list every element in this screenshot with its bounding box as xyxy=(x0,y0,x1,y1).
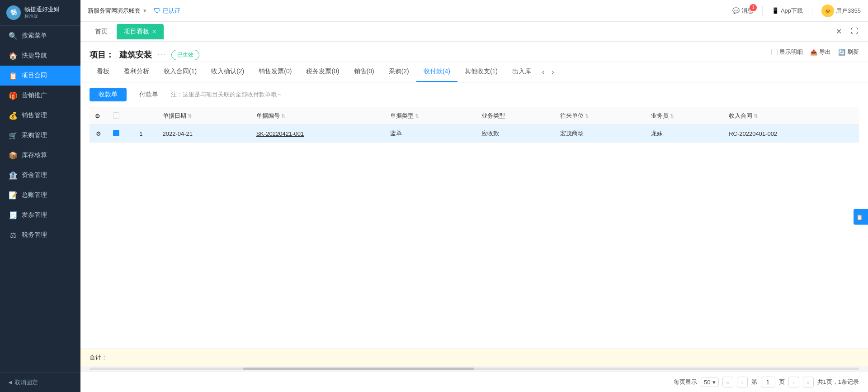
export-button[interactable]: 📤 导出 xyxy=(810,48,831,56)
marketing-icon: 🎁 xyxy=(9,91,17,100)
sub-tab-in-out[interactable]: 出入库 xyxy=(505,62,538,82)
sidebar-item-quick-nav[interactable]: 🏠 快捷导航 xyxy=(0,46,80,66)
sidebar-item-invoice[interactable]: 🧾 发票管理 xyxy=(0,205,80,225)
tab-home-label: 首页 xyxy=(95,28,108,35)
scroll-thumb[interactable] xyxy=(243,368,474,370)
logo-text-area: 畅捷通好业财 标准版 xyxy=(24,6,60,20)
tab-close-icon[interactable]: ✕ xyxy=(152,29,156,35)
th-type[interactable]: 单据类型 xyxy=(385,107,476,125)
table-row[interactable]: ⚙ 1 2022-04-21 SK-20220421-001 蓝单 应收款 宏茂… xyxy=(90,125,859,143)
sidebar-item-inventory[interactable]: 📦 库存核算 xyxy=(0,145,80,165)
sub-tab-purchase[interactable]: 采购(2) xyxy=(382,62,416,82)
next-page-button[interactable]: › xyxy=(788,377,799,387)
sidebar-item-label: 库存核算 xyxy=(22,151,47,159)
app-download-button[interactable]: 📱 App下载 xyxy=(772,7,803,15)
th-salesperson[interactable]: 业务员 xyxy=(646,107,723,125)
sidebar-item-label: 发票管理 xyxy=(22,211,47,219)
sidebar-item-ledger[interactable]: 📝 总账管理 xyxy=(0,185,80,205)
row-index: 1 xyxy=(125,125,157,143)
divider xyxy=(762,6,763,15)
sidebar-item-search[interactable]: 🔍 搜索菜单 xyxy=(0,26,80,46)
horizontal-scrollbar[interactable] xyxy=(80,366,868,372)
tab-kanban[interactable]: 项目看板 ✕ xyxy=(117,24,164,39)
user-menu-button[interactable]: 🐱 用户3355 xyxy=(821,5,861,17)
more-button[interactable]: ··· xyxy=(157,51,166,59)
payment-tab-button[interactable]: 付款单 xyxy=(130,88,167,101)
sidebar-item-label: 快捷导航 xyxy=(22,52,47,60)
sub-tab-income-confirm[interactable]: 收入确认(2) xyxy=(204,62,251,82)
th-income-contract[interactable]: 收入合同 xyxy=(723,107,859,125)
messages-button[interactable]: 💬 消息 1 xyxy=(732,7,753,15)
app-version: 标准版 xyxy=(24,13,60,19)
export-label: 导出 xyxy=(819,48,831,56)
tab-kanban-label: 项目看板 xyxy=(124,28,149,36)
th-number[interactable]: 单据编号 xyxy=(251,107,385,125)
sidebar-item-purchase-mgmt[interactable]: 🛒 采购管理 xyxy=(0,125,80,145)
row-gear-cell[interactable]: ⚙ xyxy=(90,125,108,143)
th-partner[interactable]: 往来单位 xyxy=(555,107,646,125)
tab-bar-actions: ✕ ⛶ xyxy=(833,26,861,37)
sub-tab-tax-invoice[interactable]: 税务发票(0) xyxy=(299,62,346,82)
sidebar-item-label: 采购管理 xyxy=(22,131,47,139)
sub-tabs: 看板 盈利分析 收入合同(1) 收入确认(2) 销售发票(0) 税务发票(0) … xyxy=(80,62,868,82)
account-name: 新服务官网演示账套 xyxy=(88,7,141,15)
capital-icon: 🏦 xyxy=(9,171,17,179)
last-page-button[interactable]: » xyxy=(803,377,814,387)
close-window-button[interactable]: ✕ xyxy=(833,26,844,37)
sidebar-item-marketing[interactable]: 🎁 营销推广 xyxy=(0,86,80,105)
sub-tab-sales[interactable]: 销售(0) xyxy=(347,62,382,82)
app-name: 畅捷通好业财 xyxy=(24,6,60,14)
row-checkbox-cell[interactable] xyxy=(108,125,125,143)
maximize-window-button[interactable]: ⛶ xyxy=(848,26,861,37)
sub-tab-profit[interactable]: 盈利分析 xyxy=(117,62,156,82)
sidebar-item-label: 营销推广 xyxy=(22,91,47,100)
show-detail-label: 显示明细 xyxy=(779,48,803,56)
refresh-label: 刷新 xyxy=(847,48,859,56)
show-detail-checkbox[interactable] xyxy=(771,49,778,55)
sidebar-item-label: 税务管理 xyxy=(22,231,47,239)
divider2 xyxy=(812,6,812,15)
prev-page-button[interactable]: ‹ xyxy=(737,377,748,387)
sub-tab-receipts[interactable]: 收付款(4) xyxy=(416,62,458,82)
sub-tabs-next-button[interactable]: › xyxy=(548,66,557,78)
sidebar-item-sales-mgmt[interactable]: 💰 销售管理 xyxy=(0,105,80,125)
total-info: 共1页，1条记录 xyxy=(817,378,859,386)
refresh-button[interactable]: 🔄 刷新 xyxy=(838,48,859,56)
page-label: 第 xyxy=(751,378,757,386)
total-label: 合计： xyxy=(90,354,107,361)
table-container: ⚙ 单据日期 单据编号 单据类型 业务类型 往来单位 业务员 收入合同 xyxy=(80,107,868,349)
th-biz-type: 业务类型 xyxy=(476,107,555,125)
project-icon: 📋 xyxy=(9,72,17,80)
sidebar-item-tax[interactable]: ⚖ 税务管理 xyxy=(0,225,80,245)
inventory-icon: 📦 xyxy=(9,151,17,159)
page-input[interactable] xyxy=(761,377,775,387)
row-date: 2022-04-21 xyxy=(157,125,251,143)
sub-tab-income-contract[interactable]: 收入合同(1) xyxy=(156,62,204,82)
show-detail-area[interactable]: 显示明细 xyxy=(771,48,803,56)
th-settings[interactable]: ⚙ xyxy=(90,107,108,125)
certified-text: 已认证 xyxy=(163,7,180,15)
float-action-button[interactable]: 📋 xyxy=(854,209,868,225)
th-date[interactable]: 单据日期 xyxy=(157,107,251,125)
messages-badge: 1 xyxy=(750,4,757,11)
sidebar-item-capital[interactable]: 🏦 资金管理 xyxy=(0,165,80,185)
row-number[interactable]: SK-20220421-001 xyxy=(251,125,385,143)
row-checkbox[interactable] xyxy=(113,130,119,136)
select-all-checkbox[interactable] xyxy=(113,112,119,119)
message-icon: 💬 xyxy=(732,7,740,14)
receipt-tab-button[interactable]: 收款单 xyxy=(90,88,127,101)
sub-tab-kanban[interactable]: 看板 xyxy=(90,62,117,82)
account-selector[interactable]: 新服务官网演示账套 ▾ xyxy=(88,7,146,15)
export-icon: 📤 xyxy=(810,49,817,56)
scroll-track[interactable] xyxy=(90,368,859,370)
sub-tabs-prev-button[interactable]: ‹ xyxy=(538,66,548,78)
first-page-button[interactable]: « xyxy=(722,377,733,387)
tab-home[interactable]: 首页 xyxy=(88,24,115,39)
sub-tab-sales-invoice[interactable]: 销售发票(0) xyxy=(251,62,299,82)
table-header-row: ⚙ 单据日期 单据编号 单据类型 业务类型 往来单位 业务员 收入合同 xyxy=(90,107,859,125)
sub-tab-other-income[interactable]: 其他收支(1) xyxy=(458,62,505,82)
per-page-select[interactable]: 50 ▾ xyxy=(701,378,718,387)
th-checkbox[interactable] xyxy=(108,107,125,125)
unpin-button[interactable]: ◄ 取消固定 xyxy=(0,373,80,392)
sidebar-item-project-contract[interactable]: 📋 项目合同 xyxy=(0,66,80,86)
